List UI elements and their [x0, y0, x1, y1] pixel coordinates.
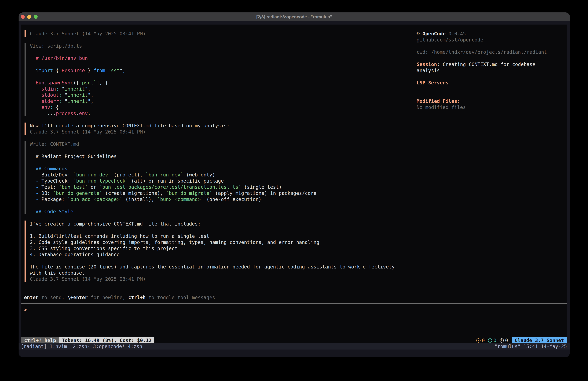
terminal-line: stdin: "inherit", — [30, 86, 395, 92]
input-hint: enter to send, \+enter for newline, ctrl… — [24, 294, 215, 301]
info-count: i0 — [488, 337, 496, 344]
terminal-line: 4. Database operations guidance — [30, 251, 395, 258]
terminal-line: Write: CONTEXT.md — [30, 141, 395, 147]
terminal-line: stdout: "inherit", — [30, 92, 395, 98]
terminal-line: - TypeCheck: `bun run typecheck` (all) o… — [30, 178, 395, 184]
terminal-line: Session: Creating CONTEXT.md for codebas… — [417, 61, 547, 67]
terminal-line — [30, 258, 395, 264]
terminal-line — [30, 227, 395, 233]
terminal-line — [417, 86, 547, 92]
terminal-line — [30, 202, 395, 209]
terminal-window: [2/3] radiant:3:opencode - "romulus" Cla… — [19, 12, 570, 357]
warnings-count: w0 — [476, 337, 485, 344]
terminal-line: Modified Files: — [417, 98, 547, 104]
window-title: [2/3] radiant:3:opencode - "romulus" — [19, 12, 570, 21]
tmux-windows: [radiant] 1:nvim 2:zsh- 3:opencode* 4:zs… — [21, 343, 142, 350]
terminal-line: stderr: "inherit", — [30, 98, 395, 104]
terminal-line — [30, 147, 395, 153]
model-badge: Claude 3.7 Sonnet — [512, 337, 567, 344]
terminal-line — [30, 61, 395, 67]
terminal-line: - Test: `bun test` or `bun test packages… — [30, 184, 395, 190]
terminal-line — [30, 159, 395, 166]
terminal-line: with this codebase. — [30, 270, 395, 276]
terminal-line — [30, 37, 395, 43]
help-shortcut: ctrl+? help — [21, 337, 59, 344]
tool-block-indicator-bar — [24, 141, 26, 214]
terminal-line — [417, 92, 547, 98]
terminal-line: 1. Build/lint/test commands including ho… — [30, 233, 395, 239]
conversation: Claude 3.7 Sonnet (14 May 2025 03:41 PM)… — [30, 31, 395, 282]
terminal-line: # Radiant Project Guidelines — [30, 153, 395, 159]
message-indicator-bar — [24, 123, 26, 135]
status-bar: ctrl+? help Tokens: 16.4K (8%), Cost: $0… — [21, 337, 567, 344]
terminal-line — [30, 215, 395, 221]
tmux-status-bar: [radiant] 1:nvim 2:zsh- 3:opencode* 4:zs… — [19, 343, 570, 350]
terminal-line — [30, 135, 395, 141]
terminal-line: - Package: `bun add <package>` (install)… — [30, 196, 395, 202]
message-indicator-bar — [24, 221, 26, 282]
message-indicator-bar — [24, 30, 26, 37]
terminal-line: github.com/sst/opencode — [417, 37, 547, 43]
tmux-session-info: "romulus" 15:41 14-May-25 — [495, 343, 567, 350]
title-bar: [2/3] radiant:3:opencode - "romulus" — [19, 12, 570, 21]
terminal-line: ...process.env, — [30, 111, 395, 116]
terminal-line: ## Code Style — [30, 209, 395, 215]
terminal-line — [417, 55, 547, 61]
terminal-line — [30, 116, 395, 123]
terminal-line: Claude 3.7 Sonnet (14 May 2025 03:41 PM) — [30, 31, 395, 37]
diagnostics: w0i0h0 — [476, 337, 511, 344]
terminal-line — [30, 49, 395, 55]
terminal-line: The file is concise (20 lines) and captu… — [30, 264, 395, 270]
warnings-icon: w — [476, 338, 481, 343]
terminal-line: Claude 3.7 Sonnet (14 May 2025 03:41 PM) — [30, 276, 395, 282]
prompt-input[interactable]: > — [24, 307, 27, 313]
hints-count: h0 — [500, 337, 508, 344]
terminal-line — [417, 43, 547, 49]
terminal-line: - Build/Dev: `bun run dev` (project), `b… — [30, 172, 395, 178]
terminal-line: No modified files — [417, 104, 547, 111]
terminal-line: cwd: /home/thdxr/dev/projects/radiant/ra… — [417, 49, 547, 55]
terminal-line: import { Resource } from "sst"; — [30, 67, 395, 74]
prompt-caret: > — [24, 307, 27, 313]
session-sidebar: © OpenCode 0.0.45github.com/sst/opencode… — [417, 31, 547, 111]
info-icon: i — [488, 338, 492, 343]
tool-block-indicator-bar — [24, 43, 26, 116]
terminal-line: - DB: `bun db generate` (create migratio… — [30, 190, 395, 196]
terminal-content: Claude 3.7 Sonnet (14 May 2025 03:41 PM)… — [21, 24, 567, 343]
terminal-line: LSP Servers — [417, 80, 547, 86]
terminal-line: I've created a comprehensive CONTEXT.md … — [30, 221, 395, 227]
terminal-line: env: { — [30, 104, 395, 111]
terminal-line: 2. Code style guidelines covering import… — [30, 239, 395, 246]
terminal-line: Now I'll create a comprehensive CONTEXT.… — [30, 123, 395, 129]
input-divider — [21, 303, 567, 304]
tokens-cost: Tokens: 16.4K (8%), Cost: $0.12 — [59, 337, 154, 344]
terminal-line: Bun.spawnSync([`psql`], { — [30, 80, 395, 86]
terminal-line: analysis — [417, 67, 547, 74]
terminal-line — [417, 74, 547, 80]
terminal-line: © OpenCode 0.0.45 — [417, 31, 547, 37]
terminal-line: #!/usr/bin/env bun — [30, 55, 395, 61]
terminal-line: Claude 3.7 Sonnet (14 May 2025 03:41 PM) — [30, 129, 395, 135]
hints-icon: h — [500, 338, 504, 343]
terminal-line: ## Commands — [30, 166, 395, 172]
terminal-line — [30, 74, 395, 80]
terminal-line: View: script/db.ts — [30, 43, 395, 49]
terminal-line: 3. CSS styling conventions specific to t… — [30, 246, 395, 251]
